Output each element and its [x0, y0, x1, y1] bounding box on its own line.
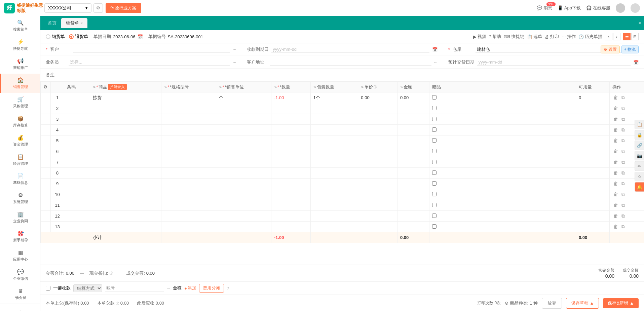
spec-cell[interactable]: [161, 114, 216, 125]
tab-home[interactable]: 首页: [43, 18, 61, 28]
copy-row-button[interactable]: ⧉: [620, 181, 626, 187]
sidebar-item-enterprise[interactable]: 🏢 企业协同: [0, 208, 40, 227]
settings-button[interactable]: ⚙: [93, 3, 103, 13]
unit-cell[interactable]: [216, 211, 271, 222]
expected-delivery-input[interactable]: [477, 59, 631, 66]
pkg-cell[interactable]: [310, 168, 358, 179]
copy-row-button[interactable]: ⧉: [620, 192, 626, 197]
spec-cell[interactable]: [161, 92, 216, 103]
qty-cell[interactable]: [271, 103, 310, 114]
close-all-tabs-button[interactable]: ×: [638, 20, 641, 26]
barcode-cell[interactable]: [64, 114, 90, 125]
qty-cell[interactable]: [271, 179, 310, 189]
radio-sales-order[interactable]: 销货单: [46, 34, 65, 40]
spec-cell[interactable]: [161, 146, 216, 157]
spec-cell[interactable]: [161, 200, 216, 211]
pkg-cell[interactable]: [310, 103, 358, 114]
sidebar-item-member[interactable]: ♛ 畅会员: [0, 284, 40, 304]
gift-cell[interactable]: [429, 92, 455, 103]
prev-view-button[interactable]: ‹: [605, 33, 612, 40]
sidebar-item-marketing[interactable]: 📢 营销推广: [0, 54, 40, 74]
qty-cell[interactable]: [271, 157, 310, 168]
unit-cell[interactable]: [216, 189, 271, 200]
copy-row-button[interactable]: ⧉: [620, 170, 626, 176]
product-cell[interactable]: [90, 125, 161, 135]
price-cell[interactable]: [358, 125, 397, 135]
sidebar-item-finance[interactable]: 💰 资金管理: [0, 131, 40, 150]
calendar-icon[interactable]: 📅: [138, 34, 143, 39]
account-input[interactable]: [105, 285, 164, 291]
copy-row-button[interactable]: ⧉: [620, 159, 626, 165]
unit-cell[interactable]: [216, 114, 271, 125]
copy-row-button[interactable]: ⧉: [620, 213, 626, 219]
tab-sales-order[interactable]: 销货单 ×: [61, 18, 87, 28]
customer-more-button[interactable]: ···: [233, 47, 236, 52]
help-button[interactable]: ? 帮助: [489, 34, 501, 40]
delete-row-button[interactable]: 🗑: [612, 159, 619, 165]
remark-input[interactable]: [69, 72, 639, 78]
sidebar-item-operation[interactable]: 📋 经营管理: [0, 150, 40, 169]
barcode-cell[interactable]: [64, 135, 90, 146]
debt-help-icon[interactable]: ⓘ: [116, 302, 119, 305]
copy-row-button[interactable]: ⧉: [620, 127, 626, 133]
settings-button[interactable]: ⚙ 设置: [601, 46, 619, 53]
rtool-link[interactable]: 🔗: [635, 140, 644, 150]
cash-discount-help-icon[interactable]: ⓘ: [110, 271, 113, 276]
spec-cell[interactable]: [161, 135, 216, 146]
rtool-notification[interactable]: 🔔: [635, 182, 644, 192]
gift-cell[interactable]: [429, 125, 455, 135]
spec-cell[interactable]: [161, 103, 216, 114]
due-date-calendar-icon[interactable]: 📅: [432, 47, 438, 52]
price-cell[interactable]: [358, 222, 397, 232]
sidebar-item-quick-nav[interactable]: ⚡ 快捷导航: [0, 35, 40, 54]
col-settings[interactable]: ⚙: [41, 82, 51, 92]
scan-button[interactable]: 扫码录入: [108, 84, 127, 90]
delete-row-button[interactable]: 🗑: [612, 213, 619, 219]
gift-cell[interactable]: [429, 211, 455, 222]
sidebar-item-basic[interactable]: 📄 基础信息: [0, 169, 40, 189]
price-cell[interactable]: [358, 157, 397, 168]
delete-row-button[interactable]: 🗑: [612, 116, 619, 122]
amount-cell[interactable]: [397, 157, 429, 168]
pkg-cell[interactable]: [310, 146, 358, 157]
qty-cell[interactable]: [271, 146, 310, 157]
delete-row-button[interactable]: 🗑: [612, 127, 619, 132]
delete-row-button[interactable]: 🗑: [612, 224, 619, 229]
sidebar-item-search[interactable]: 🔍 搜索菜单: [0, 16, 40, 35]
rtool-lock[interactable]: 🔒: [635, 130, 644, 140]
gift-cell[interactable]: [429, 222, 455, 232]
operation-button[interactable]: ⋯ 操作: [562, 34, 576, 40]
barcode-cell[interactable]: [64, 200, 90, 211]
barcode-cell[interactable]: [64, 125, 90, 135]
price-cell[interactable]: [358, 211, 397, 222]
unit-cell[interactable]: [216, 135, 271, 146]
product-cell[interactable]: [90, 189, 161, 200]
sidebar-item-guide[interactable]: 🎯 新手引导: [0, 227, 40, 246]
expense-split-button[interactable]: 费用分摊: [199, 284, 224, 293]
sidebar-item-system[interactable]: ⚙ 系统管理: [0, 189, 40, 208]
amount-cell[interactable]: [397, 168, 429, 179]
pkg-cell[interactable]: [310, 114, 358, 125]
product-cell[interactable]: [90, 135, 161, 146]
unit-cell[interactable]: [216, 103, 271, 114]
copy-row-button[interactable]: ⧉: [620, 224, 626, 230]
price-cell[interactable]: [358, 168, 397, 179]
amount-cell[interactable]: 0.00: [397, 92, 429, 103]
copy-row-button[interactable]: ⧉: [620, 138, 626, 144]
barcode-cell[interactable]: [64, 103, 90, 114]
shortcut-button[interactable]: ⌨ 快捷键: [504, 34, 524, 40]
unit-cell[interactable]: [216, 168, 271, 179]
tab-close-icon[interactable]: ×: [80, 21, 83, 26]
pkg-cell[interactable]: [310, 189, 358, 200]
video-button[interactable]: ▶ 视频: [473, 34, 486, 40]
copy-row-button[interactable]: ⧉: [620, 202, 626, 208]
spec-cell[interactable]: [161, 211, 216, 222]
delete-row-button[interactable]: 🗑: [612, 95, 619, 100]
amount-cell[interactable]: [397, 211, 429, 222]
product-cell[interactable]: [90, 168, 161, 179]
unit-cell[interactable]: 个: [216, 92, 271, 103]
price-cell[interactable]: [358, 135, 397, 146]
add-payment-button[interactable]: ● 添加: [184, 285, 196, 291]
pkg-cell[interactable]: [310, 179, 358, 189]
price-cell[interactable]: [358, 200, 397, 211]
